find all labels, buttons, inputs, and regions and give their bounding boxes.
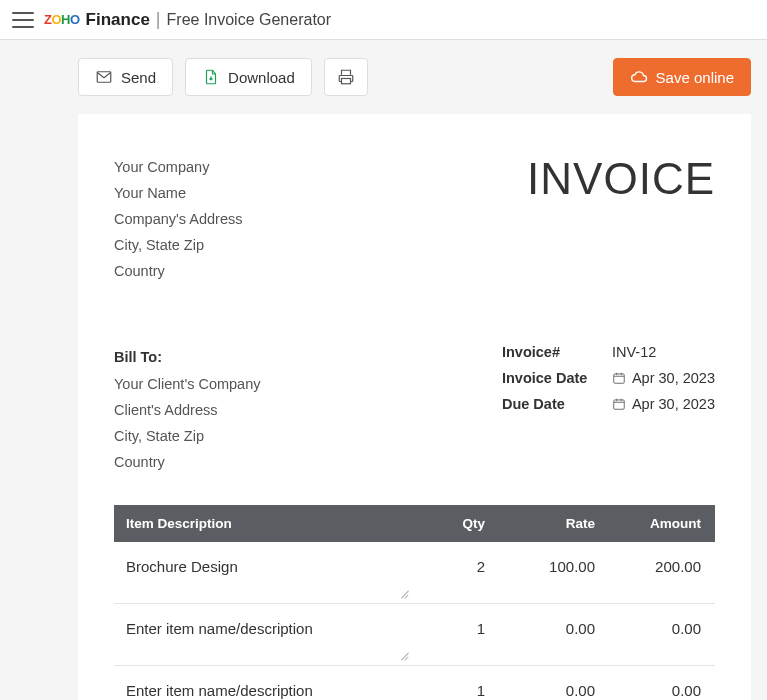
client-company: Your Client's Company: [114, 371, 261, 397]
svg-rect-1: [341, 79, 350, 84]
resize-handle-icon[interactable]: [399, 589, 409, 599]
invoice-number-value[interactable]: INV-12: [612, 344, 656, 360]
item-rate[interactable]: 0.00: [495, 665, 605, 700]
bill-to-block[interactable]: Bill To: Your Client's Company Client's …: [114, 344, 261, 474]
invoice-card: Your Company Your Name Company's Address…: [78, 114, 751, 700]
item-amount[interactable]: 200.00: [605, 542, 715, 604]
company-block[interactable]: Your Company Your Name Company's Address…: [114, 154, 243, 284]
action-bar: Send Download Save online: [0, 40, 767, 114]
item-amount[interactable]: 0.00: [605, 603, 715, 665]
calendar-icon: [612, 397, 626, 411]
item-qty[interactable]: 1: [415, 665, 495, 700]
company-address: Company's Address: [114, 206, 243, 232]
invoice-meta: Invoice# INV-12 Invoice Date Apr 30, 202…: [502, 344, 715, 422]
tagline: Free Invoice Generator: [167, 11, 332, 29]
item-qty[interactable]: 1: [415, 603, 495, 665]
due-date-label: Due Date: [502, 396, 612, 412]
brand-finance: Finance: [86, 10, 150, 30]
due-date-value: Apr 30, 2023: [632, 396, 715, 412]
resize-handle-icon[interactable]: [399, 651, 409, 661]
brand: ZOHO Finance | Free Invoice Generator: [44, 9, 331, 30]
item-rate[interactable]: 100.00: [495, 542, 605, 604]
svg-rect-3: [614, 400, 625, 409]
item-qty[interactable]: 2: [415, 542, 495, 604]
top-bar: ZOHO Finance | Free Invoice Generator: [0, 0, 767, 40]
brand-divider: |: [156, 9, 161, 30]
zoho-logo: ZOHO: [44, 12, 80, 27]
item-description[interactable]: Brochure Design: [114, 542, 415, 604]
col-desc: Item Description: [114, 505, 415, 542]
company-city: City, State Zip: [114, 232, 243, 258]
invoice-number-label: Invoice#: [502, 344, 612, 360]
item-amount[interactable]: 0.00: [605, 665, 715, 700]
mail-icon: [95, 68, 113, 86]
company-country: Country: [114, 258, 243, 284]
client-city: City, State Zip: [114, 423, 261, 449]
svg-rect-2: [614, 374, 625, 383]
col-amount: Amount: [605, 505, 715, 542]
send-label: Send: [121, 69, 156, 86]
download-button[interactable]: Download: [185, 58, 312, 96]
item-rate[interactable]: 0.00: [495, 603, 605, 665]
calendar-icon: [612, 371, 626, 385]
item-description[interactable]: Enter item name/description: [114, 603, 415, 665]
company-person: Your Name: [114, 180, 243, 206]
invoice-date-value: Apr 30, 2023: [632, 370, 715, 386]
bill-to-label: Bill To:: [114, 344, 261, 370]
client-country: Country: [114, 449, 261, 475]
due-date-field[interactable]: Apr 30, 2023: [612, 396, 715, 412]
print-button[interactable]: [324, 58, 368, 96]
client-address: Client's Address: [114, 397, 261, 423]
cloud-icon: [630, 68, 648, 86]
save-online-button[interactable]: Save online: [613, 58, 751, 96]
printer-icon: [337, 68, 355, 86]
save-online-label: Save online: [656, 69, 734, 86]
file-download-icon: [202, 68, 220, 86]
col-rate: Rate: [495, 505, 605, 542]
col-qty: Qty: [415, 505, 495, 542]
table-row: Enter item name/description10.000.00: [114, 665, 715, 700]
menu-icon[interactable]: [12, 12, 34, 28]
table-row: Brochure Design2100.00200.00: [114, 542, 715, 604]
items-table: Item Description Qty Rate Amount Brochur…: [114, 505, 715, 700]
send-button[interactable]: Send: [78, 58, 173, 96]
invoice-date-field[interactable]: Apr 30, 2023: [612, 370, 715, 386]
invoice-title: INVOICE: [527, 154, 715, 284]
company-name: Your Company: [114, 154, 243, 180]
invoice-date-label: Invoice Date: [502, 370, 612, 386]
item-description[interactable]: Enter item name/description: [114, 665, 415, 700]
download-label: Download: [228, 69, 295, 86]
table-row: Enter item name/description10.000.00: [114, 603, 715, 665]
